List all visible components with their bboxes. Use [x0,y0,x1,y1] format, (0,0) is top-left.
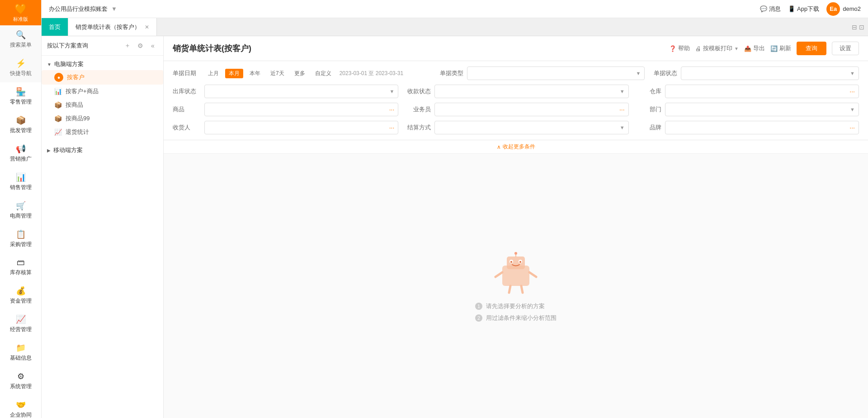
collapse-panel-btn[interactable]: « [148,41,158,51]
sidebar-item-enterprise[interactable]: 🤝 企业协同 [0,395,41,418]
sidebar-item-search[interactable]: 🔍 搜索菜单 [0,25,41,54]
step-1-text: 请先选择要分析的方案 [486,302,545,310]
scheme-item-return-stats[interactable]: 📈 退货统计 [42,125,163,139]
export-label: 导出 [753,44,765,52]
tab-window-min-icon[interactable]: ⊟ [852,24,857,31]
salesperson-dots[interactable]: ··· [619,106,625,113]
tab-home[interactable]: 首页 [42,18,68,36]
tab-home-label: 首页 [49,23,61,31]
group-label: 移动端方案 [53,146,83,154]
goods-dots[interactable]: ··· [389,106,395,113]
topbar: 办公用品行业模拟账套 ▼ 💬 消息 📱 App下载 Ea demo2 [42,0,868,18]
scheme-group-mobile-title[interactable]: ▶ 移动端方案 [42,144,163,156]
sidebar-item-finance[interactable]: 💰 资金管理 [0,281,41,310]
settings-scheme-btn[interactable]: ⚙ [135,41,145,51]
scheme-group-desktop-title[interactable]: ▼ 电脑端方案 [42,58,163,70]
warehouse-label: 仓库 [629,87,665,95]
brand-dots[interactable]: ··· [849,124,855,131]
print-btn[interactable]: 🖨 按模板打印 ▼ [695,44,739,52]
svg-line-8 [495,272,502,277]
system-icon: ⚙ [17,371,24,381]
dept-label: 部门 [629,105,665,114]
brand-label: 品牌 [629,124,665,132]
export-btn[interactable]: 📤 导出 [744,44,765,52]
receiver-control[interactable]: ··· [204,121,398,134]
app-download-btn[interactable]: 📱 App下载 [788,5,819,13]
sidebar-item-system[interactable]: ⚙ 系统管理 [0,367,41,395]
sidebar-item-marketing[interactable]: 📢 营销推广 [0,139,41,168]
sidebar-item-quick[interactable]: ⚡ 快捷导航 [0,54,41,82]
step-1-number: 1 [475,303,482,310]
sidebar-item-label: 零售管理 [10,98,32,106]
payment-method-select[interactable]: ▼ [434,121,628,134]
sidebar-item-operation[interactable]: 📈 经营管理 [0,310,41,338]
receiver-dots[interactable]: ··· [389,124,395,131]
scheme-item-by-goods[interactable]: 📦 按商品 [42,98,163,112]
brand-control[interactable]: ··· [665,121,859,134]
scheme-group-mobile: ▶ 移动端方案 [42,142,163,159]
logo-text: 标准版 [13,16,28,23]
scheme-item-goods-99[interactable]: 📦 按商品99 [42,112,163,125]
app-name-dropdown-icon[interactable]: ▼ [111,5,117,12]
salesperson-control[interactable]: ··· [434,103,628,116]
message-btn[interactable]: 💬 消息 [760,5,781,13]
sidebar-item-base[interactable]: 📁 基础信息 [0,338,41,367]
collapse-filters-btn[interactable]: ∧ 收起更多条件 [164,140,868,153]
doc-type-select[interactable]: ▼ [467,66,645,80]
purchase-icon: 📋 [16,229,26,239]
payment-status-select[interactable]: ▼ [434,85,628,98]
help-icon: ❓ [669,45,676,52]
doc-status-dropdown-icon: ▼ [850,71,855,76]
chevron-down-icon: ▼ [47,62,52,67]
date-tab-this-month[interactable]: 本月 [225,69,243,78]
sidebar-item-wholesale[interactable]: 📦 批发管理 [0,111,41,139]
retail-icon: 🏪 [16,87,26,97]
dept-select[interactable]: ▼ [665,103,859,116]
user-menu[interactable]: Ea demo2 [826,2,861,16]
warehouse-dots[interactable]: ··· [849,88,855,95]
tab-sales-stats-label: 销货单统计表（按客户） [75,23,140,31]
doc-status-select[interactable]: ▼ [681,66,859,80]
date-label: 单据日期 [173,69,204,77]
export-icon: 📤 [744,45,751,52]
date-tab-last-month[interactable]: 上月 [204,69,222,78]
message-label: 消息 [769,5,781,13]
date-tab-7days[interactable]: 近7天 [267,69,288,78]
goods-control[interactable]: ··· [204,103,398,116]
right-content: 销货单统计表(按客户) ❓ 帮助 🖨 按模板打印 ▼ 📤 导出 [164,36,868,418]
refresh-btn[interactable]: 🔄 刷新 [770,44,791,52]
inventory-icon: 🗃 [17,258,25,267]
topbar-right: 💬 消息 📱 App下载 Ea demo2 [760,2,861,16]
sidebar-item-label: 企业协同 [10,411,32,418]
scheme-item-by-customer[interactable]: ● 按客户 [42,70,163,85]
sidebar-item-purchase[interactable]: 📋 采购管理 [0,225,41,253]
help-btn[interactable]: ❓ 帮助 [669,44,690,52]
warehouse-control[interactable]: ··· [665,85,859,98]
tab-close-icon[interactable]: ✕ [145,24,149,30]
sidebar-item-ecom[interactable]: 🛒 电商管理 [0,196,41,225]
filter-area: 单据日期 上月 本月 本年 近7天 更多 自定义 2023-03-01 至 20… [164,61,868,140]
date-tab-this-year[interactable]: 本年 [246,69,264,78]
sidebar-item-sales[interactable]: 📊 销售管理 [0,168,41,196]
query-button[interactable]: 查询 [797,42,826,55]
filter-section: 单据日期 上月 本月 本年 近7天 更多 自定义 2023-03-01 至 20… [164,61,868,154]
wholesale-icon: 📦 [16,115,26,125]
out-status-select[interactable]: ▼ [204,85,398,98]
date-tab-more[interactable]: 更多 [291,69,309,78]
sidebar-item-label: 系统管理 [10,383,32,390]
settings-button[interactable]: 设置 [832,42,859,55]
sidebar-item-inventory[interactable]: 🗃 库存核算 [0,253,41,281]
tab-window-max-icon[interactable]: ⊡ [859,24,864,31]
date-tabs: 上月 本月 本年 近7天 更多 自定义 2023-03-01 至 2023-03… [204,69,403,78]
svg-point-7 [514,252,517,255]
out-status-label: 出库状态 [173,87,204,95]
date-tab-custom[interactable]: 自定义 [311,69,335,78]
print-icon: 🖨 [695,45,701,52]
scheme-item-label: 退货统计 [66,128,89,136]
sidebar-item-retail[interactable]: 🏪 零售管理 [0,82,41,111]
sidebar-item-label: 资金管理 [10,297,32,305]
sales-icon: 📊 [16,172,26,182]
scheme-item-customer-goods[interactable]: 📊 按客户+商品 [42,85,163,98]
add-scheme-btn[interactable]: ＋ [123,41,132,51]
tab-sales-stats[interactable]: 销货单统计表（按客户） ✕ [68,18,157,36]
